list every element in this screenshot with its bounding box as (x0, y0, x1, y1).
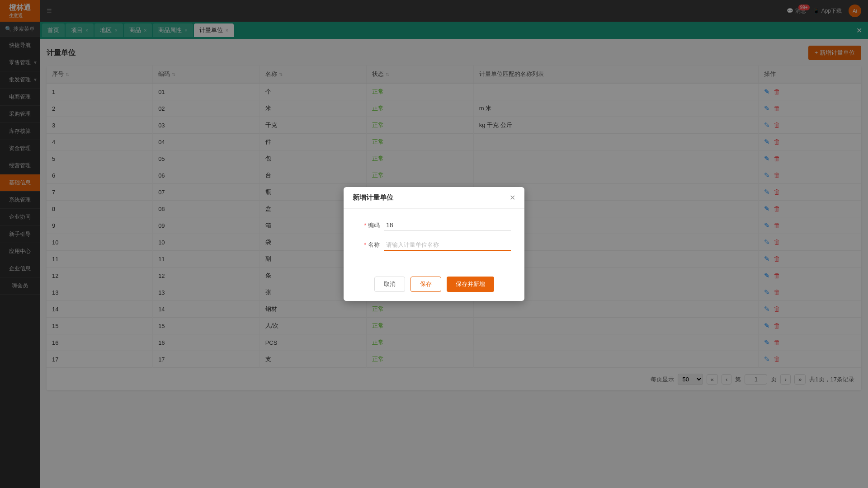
name-label: 名称 (357, 241, 380, 249)
form-row-name: 名称 (357, 239, 511, 251)
modal-overlay[interactable]: 新增计量单位 ✕ 编码 名称 取消 保存 保存并新增 (0, 0, 868, 488)
save-and-new-button[interactable]: 保存并新增 (447, 277, 494, 292)
code-label: 编码 (357, 221, 380, 230)
modal-title: 新增计量单位 (353, 193, 393, 202)
name-input[interactable] (384, 239, 511, 251)
add-unit-modal: 新增计量单位 ✕ 编码 名称 取消 保存 保存并新增 (344, 187, 524, 301)
modal-header: 新增计量单位 ✕ (344, 187, 524, 209)
code-input[interactable] (384, 220, 511, 231)
cancel-button[interactable]: 取消 (374, 277, 405, 292)
modal-footer: 取消 保存 保存并新增 (344, 270, 524, 301)
modal-close-btn[interactable]: ✕ (509, 194, 515, 202)
form-row-code: 编码 (357, 220, 511, 231)
save-button[interactable]: 保存 (410, 277, 441, 292)
modal-body: 编码 名称 (344, 209, 524, 270)
